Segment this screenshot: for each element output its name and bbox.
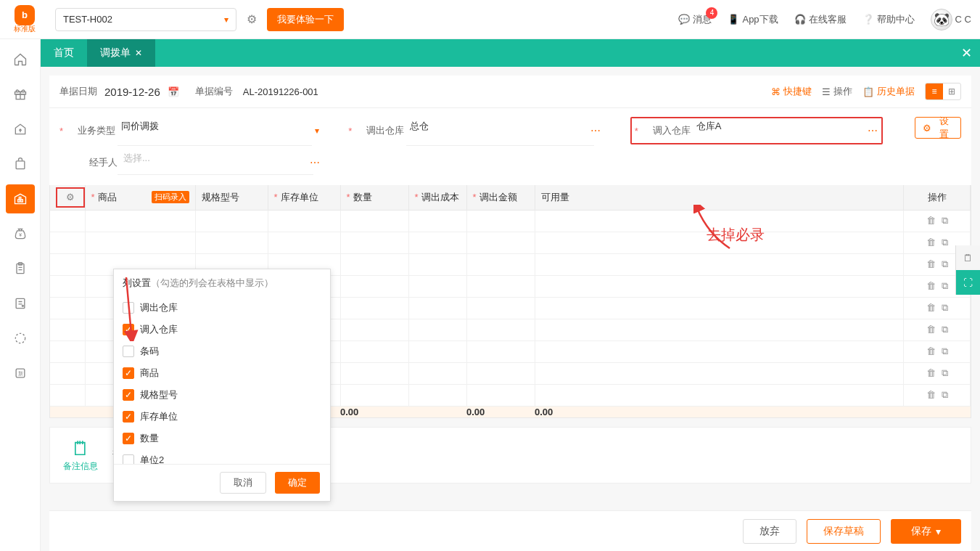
table-row[interactable]: 🗑⧉ xyxy=(50,210,971,232)
column-option[interactable]: ✓数量 xyxy=(123,428,321,449)
popup-body[interactable]: 调出仓库✓调入仓库条码✓商品✓规格型号✓库存单位✓数量单位2 xyxy=(114,297,330,464)
copy-icon[interactable]: ⧉ xyxy=(942,389,948,400)
nav-bag-icon[interactable] xyxy=(6,150,35,179)
checkbox-icon[interactable]: ✓ xyxy=(123,367,134,379)
form-panel: * 业务类型 同价调拨 ▾ * 调出仓库 总仓 ⋯ * 调入仓库 仓库A ⋯ ⚙… xyxy=(49,108,971,185)
help-center-link[interactable]: ❔ 帮助中心 xyxy=(862,13,915,26)
field-out-warehouse[interactable]: * 调出仓库 总仓 ⋯ xyxy=(348,117,601,144)
edition-badge: 标准版 xyxy=(14,24,36,34)
th-qty: *数量 xyxy=(340,185,408,210)
discard-button[interactable]: 放弃 xyxy=(743,519,796,544)
settings-button[interactable]: ⚙ 设置 xyxy=(915,117,961,139)
gear-icon[interactable]: ⚙ xyxy=(247,12,257,26)
shortcut-label: 快捷键 xyxy=(783,85,812,98)
messages-link[interactable]: 💬 消息 4 xyxy=(678,13,712,26)
calendar-icon[interactable]: 📅 xyxy=(168,86,179,97)
column-option[interactable]: ✓商品 xyxy=(123,362,321,384)
nav-receipt-icon[interactable] xyxy=(6,289,35,318)
checkbox-icon[interactable] xyxy=(123,346,134,357)
copy-icon[interactable]: ⧉ xyxy=(942,302,948,313)
nav-clipboard-icon[interactable] xyxy=(6,254,35,283)
user-menu[interactable]: 🐼 C C xyxy=(931,9,971,30)
checkbox-icon[interactable]: ✓ xyxy=(123,389,134,401)
trash-icon[interactable]: 🗑 xyxy=(926,215,936,226)
save-button[interactable]: 保存 ▾ xyxy=(891,519,961,544)
copy-icon[interactable]: ⧉ xyxy=(942,237,948,248)
nav-home-icon[interactable] xyxy=(6,45,35,74)
nav-money-bag-icon[interactable]: ¥ xyxy=(6,219,35,248)
cancel-button[interactable]: 取消 xyxy=(220,472,266,494)
column-option[interactable]: ✓规格型号 xyxy=(123,384,321,406)
nav-house-up-icon[interactable] xyxy=(6,115,35,144)
table-row[interactable]: 🗑⧉ xyxy=(50,232,971,253)
th-spec: 规格型号 xyxy=(195,185,268,210)
field-biz-type[interactable]: * 业务类型 同价调拨 ▾ xyxy=(59,117,319,144)
trash-icon[interactable]: 🗑 xyxy=(926,324,936,335)
checkbox-icon[interactable]: ✓ xyxy=(123,324,134,335)
copy-icon[interactable]: ⧉ xyxy=(942,215,948,226)
th-gear[interactable]: ⚙ xyxy=(50,185,85,210)
column-option[interactable]: 条码 xyxy=(123,340,321,362)
in-wh-label: 调入仓库 xyxy=(641,124,691,137)
shortcut-link[interactable]: ⌘ 快捷键 xyxy=(771,85,812,98)
app-logo: b 标准版 xyxy=(9,5,41,34)
history-link[interactable]: 📋 历史单据 xyxy=(862,85,915,98)
trash-icon[interactable]: 🗑 xyxy=(926,237,936,248)
column-option[interactable]: 单位2 xyxy=(123,449,321,464)
checkbox-icon[interactable] xyxy=(123,454,134,464)
ok-button[interactable]: 确定 xyxy=(275,472,320,494)
trash-icon[interactable]: 🗑 xyxy=(926,258,936,269)
copy-icon[interactable]: ⧉ xyxy=(942,346,948,356)
more-icon[interactable]: ⋯ xyxy=(590,125,601,136)
checkbox-icon[interactable]: ✓ xyxy=(123,411,134,423)
nav-gift-icon[interactable] xyxy=(6,80,35,109)
float-notes-button[interactable]: 🗒 xyxy=(955,245,980,270)
trash-icon[interactable]: 🗑 xyxy=(926,389,936,400)
checkbox-icon[interactable]: ✓ xyxy=(123,433,134,444)
chevron-down-icon: ▾ xyxy=(315,126,319,136)
copy-icon[interactable]: ⧉ xyxy=(942,258,948,269)
trash-icon[interactable]: 🗑 xyxy=(926,367,936,378)
column-option-label: 条码 xyxy=(140,345,159,358)
tab-transfer-order[interactable]: 调拨单 ✕ xyxy=(87,39,155,67)
scan-entry-badge[interactable]: 扫码录入 xyxy=(152,191,189,203)
copy-icon[interactable]: ⧉ xyxy=(942,324,948,335)
table-gear-icon[interactable]: ⚙ xyxy=(56,187,85,208)
date-label: 单据日期 xyxy=(59,85,97,98)
field-handler[interactable]: 经手人 选择... ⋯ xyxy=(59,152,321,174)
copy-icon[interactable]: ⧉ xyxy=(942,280,948,291)
svg-rect-4 xyxy=(20,200,22,202)
tab-home[interactable]: 首页 xyxy=(41,39,87,67)
app-download-link[interactable]: 📱 App下载 xyxy=(728,13,778,26)
trial-button[interactable]: 我要体验一下 xyxy=(267,8,344,31)
nav-warehouse-icon[interactable] xyxy=(6,184,35,213)
trash-icon[interactable]: 🗑 xyxy=(926,280,936,291)
operate-menu[interactable]: ☰ 操作 xyxy=(822,85,852,98)
trash-icon[interactable]: 🗑 xyxy=(926,302,936,313)
more-icon[interactable]: ⋯ xyxy=(868,125,878,136)
date-value[interactable]: 2019-12-26 xyxy=(104,86,160,98)
nav-loading-icon[interactable] xyxy=(6,324,35,353)
column-option-label: 调入仓库 xyxy=(140,323,178,336)
close-icon[interactable]: ✕ xyxy=(135,48,142,58)
svg-text:新: 新 xyxy=(17,371,22,376)
view-list-button[interactable]: ≡ xyxy=(926,83,943,99)
nav-new-icon[interactable]: 新 xyxy=(6,359,35,388)
float-expand-button[interactable]: ⛶ xyxy=(955,270,980,295)
phone-icon: 📱 xyxy=(728,14,739,25)
checkbox-icon[interactable] xyxy=(123,302,134,314)
trash-icon[interactable]: 🗑 xyxy=(926,346,936,356)
customer-service-link[interactable]: 🎧 在线客服 xyxy=(794,13,847,26)
view-grid-button[interactable]: ⊞ xyxy=(943,83,960,99)
view-toggle: ≡ ⊞ xyxy=(925,83,961,100)
th-product: *商品扫码录入 xyxy=(85,185,195,210)
column-option[interactable]: ✓库存单位 xyxy=(123,406,321,428)
org-selector[interactable]: TEST-H002 ▾ xyxy=(55,8,236,31)
copy-icon[interactable]: ⧉ xyxy=(942,367,948,378)
field-in-warehouse[interactable]: * 调入仓库 仓库A ⋯ xyxy=(630,117,883,144)
more-icon[interactable]: ⋯ xyxy=(310,157,321,168)
save-draft-button[interactable]: 保存草稿 xyxy=(807,519,881,544)
column-option[interactable]: 调出仓库 xyxy=(123,297,321,319)
tabs-close-all[interactable]: ✕ xyxy=(952,39,980,67)
column-option[interactable]: ✓调入仓库 xyxy=(123,319,321,340)
